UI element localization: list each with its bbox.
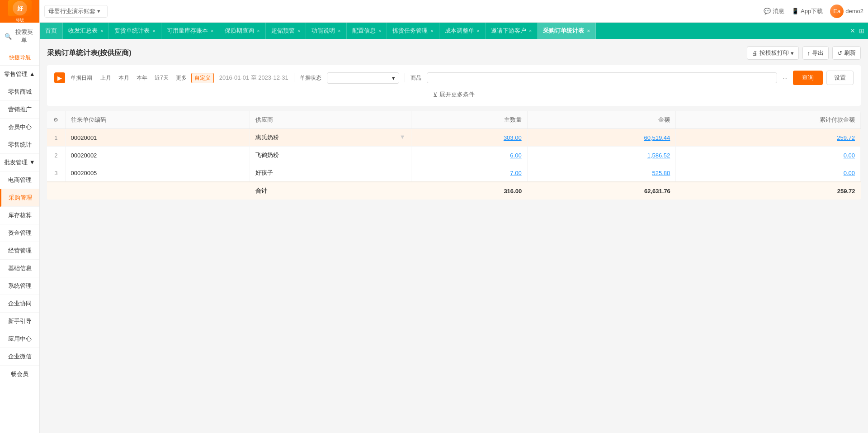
svg-text:好: 好	[16, 5, 23, 12]
tab-caigoudingdantable[interactable]: 采购订单统计表 ×	[538, 23, 595, 39]
sidebar-item-sys-mgmt[interactable]: 系统管理	[0, 277, 39, 295]
more-options-icon[interactable]: ···	[783, 75, 788, 81]
template-print-button[interactable]: 🖨 按模板打印 ▾	[747, 46, 799, 60]
sidebar-item-ecommerce[interactable]: 电商管理	[0, 171, 39, 189]
product-filter-input[interactable]	[427, 72, 778, 83]
sidebar-item-label: 零售管理	[4, 71, 28, 77]
shortcut-this-month[interactable]: 本月	[116, 73, 132, 83]
user-profile[interactable]: Ea demo2	[830, 5, 863, 18]
filter-row-1: ▶ 单据日期 上月 本月 本年 近7天 更多 自定义 2016-01-01 至 …	[54, 71, 854, 85]
sidebar-item-retail-stats[interactable]: 零售统计	[0, 136, 39, 154]
settings-button[interactable]: 设置	[826, 71, 854, 85]
col-amount: 金额	[527, 111, 676, 129]
shortcut-custom[interactable]: 自定义	[191, 73, 214, 83]
col-settings[interactable]: ⚙	[47, 111, 65, 129]
main-area: 母婴行业演示账套 ▾ 💬 消息 📱 App下载 Ea demo2 首页	[40, 0, 868, 433]
sidebar-item-retail[interactable]: 零售管理 ▲	[0, 66, 39, 83]
tab-shoufahuizong[interactable]: 收发汇总表 ×	[63, 23, 109, 39]
app-download-button[interactable]: 📱 App下载	[792, 7, 823, 15]
tab-close-icon[interactable]: ×	[587, 28, 590, 33]
amount-value[interactable]: 525.80	[652, 170, 670, 176]
main-qty-cell: 7.00	[411, 164, 527, 182]
amount-value[interactable]: 1,586.52	[647, 152, 670, 159]
tab-chengbentiaosheng[interactable]: 成本调整单 ×	[439, 23, 486, 39]
main-qty-value[interactable]: 303.00	[504, 134, 522, 141]
expand-conditions-button[interactable]: ⊻ 展开更多条件	[433, 90, 475, 99]
select-dropdown-icon: ▾	[392, 75, 395, 81]
tab-close-icon[interactable]: ×	[378, 28, 381, 33]
sidebar-item-basic-info[interactable]: 基础信息	[0, 260, 39, 277]
amount-value[interactable]: 60,519.44	[644, 134, 670, 141]
sidebar-item-marketing[interactable]: 营销推广	[0, 101, 39, 119]
main-qty-cell: 6.00	[411, 147, 527, 164]
tab-close-all-icon[interactable]: ✕	[850, 27, 855, 34]
tab-close-icon[interactable]: ×	[477, 28, 480, 33]
tab-tuohuo[interactable]: 拣货任务管理 ×	[387, 23, 439, 39]
shortcut-last-month[interactable]: 上月	[98, 73, 114, 83]
sidebar-item-operations[interactable]: 经营管理	[0, 242, 39, 260]
message-button[interactable]: 💬 消息	[764, 7, 784, 15]
sidebar-item-enterprise[interactable]: 企业协同	[0, 295, 39, 313]
top-nav: 母婴行业演示账套 ▾ 💬 消息 📱 App下载 Ea demo2	[40, 0, 868, 23]
query-button[interactable]: 查询	[793, 71, 823, 85]
tab-yaohuodan[interactable]: 要货单统计表 ×	[109, 23, 161, 39]
search-button[interactable]: 🔍 搜索英单	[3, 26, 37, 46]
export-button[interactable]: ↑ 导出	[802, 46, 829, 60]
tab-close-icon[interactable]: ×	[338, 28, 340, 33]
sidebar-item-member[interactable]: 会员中心	[0, 119, 39, 136]
tab-baozhi[interactable]: 保质期查询 ×	[219, 23, 265, 39]
shortcut-this-year[interactable]: 本年	[134, 73, 150, 83]
sidebar-item-finance[interactable]: 资金管理	[0, 224, 39, 242]
tab-label: 首页	[45, 27, 57, 35]
tab-close-icon[interactable]: ×	[152, 28, 155, 33]
tab-close-icon[interactable]: ×	[257, 28, 259, 33]
filter-toggle-button[interactable]: ▶	[54, 72, 65, 83]
tab-label: 采购订单统计表	[543, 27, 584, 35]
tab-close-icon[interactable]: ×	[430, 28, 433, 33]
table-row[interactable]: 3 00020005 好孩子 7.00 525.80 0.00	[47, 164, 861, 182]
tab-peizhi[interactable]: 配置信息 ×	[347, 23, 387, 39]
date-from: 2016-01-01	[219, 74, 250, 81]
paid-amount-value[interactable]: 0.00	[844, 152, 855, 159]
shortcut-7days[interactable]: 近7天	[152, 73, 171, 83]
sidebar-item-vip[interactable]: 畅会员	[0, 366, 39, 383]
sidebar-item-retail-store[interactable]: 零售商城	[0, 83, 39, 101]
col-header-label: 金额	[658, 116, 670, 123]
sidebar-item-inventory[interactable]: 库存核算	[0, 207, 39, 224]
quick-nav-item[interactable]: 快捷导航	[0, 50, 39, 66]
tab-expand-icon[interactable]: ⊞	[859, 27, 864, 34]
sidebar-item-label: 经营管理	[8, 247, 32, 254]
sidebar-item-label: 会员中心	[8, 124, 32, 130]
refresh-button[interactable]: ↺ 刷新	[832, 46, 861, 60]
status-filter-select[interactable]: ▾	[327, 72, 399, 84]
sidebar-item-wholesale[interactable]: 批发管理 ▼	[0, 154, 39, 171]
paid-amount-value[interactable]: 259.72	[837, 134, 855, 141]
expand-row-icon[interactable]: ▼	[400, 133, 406, 140]
workspace-selector[interactable]: 母婴行业演示账套 ▾	[44, 5, 108, 18]
status-filter-label: 单据状态	[300, 74, 321, 82]
tab-close-icon[interactable]: ×	[297, 28, 300, 33]
shortcut-more[interactable]: 更多	[173, 73, 189, 83]
sidebar-item-app-center[interactable]: 应用中心	[0, 330, 39, 348]
footer-label-cell	[47, 182, 250, 200]
sidebar-item-new-guide[interactable]: 新手引导	[0, 313, 39, 330]
table-row[interactable]: 2 00020002 飞鹤奶粉 6.00 1,586.52 0.00	[47, 147, 861, 164]
col-main-qty: 主数量	[411, 111, 527, 129]
tab-close-icon[interactable]: ×	[529, 28, 532, 33]
sidebar-item-purchase[interactable]: 采购管理	[0, 189, 39, 207]
tab-home[interactable]: 首页	[40, 23, 63, 39]
tab-chaochuuyujing[interactable]: 超储预警 ×	[266, 23, 306, 39]
main-qty-value[interactable]: 7.00	[510, 170, 521, 176]
main-qty-value[interactable]: 6.00	[510, 152, 521, 159]
tab-keyongliang[interactable]: 可用量库存账本 ×	[161, 23, 219, 39]
footer-paid-amount: 259.72	[676, 182, 861, 200]
table-row[interactable]: 1 00020001 惠氏奶粉 ▼ 303.00 60,519.44	[47, 129, 861, 147]
tab-gongneng[interactable]: 功能说明 ×	[306, 23, 346, 39]
sidebar-item-enterprise-wechat[interactable]: 企业微信	[0, 348, 39, 366]
search-icon: 🔍	[5, 33, 12, 40]
tab-yaoqing[interactable]: 邀请下游客户 ×	[486, 23, 538, 39]
tab-close-icon[interactable]: ×	[211, 28, 213, 33]
tab-close-icon[interactable]: ×	[100, 28, 103, 33]
paid-amount-value[interactable]: 0.00	[844, 170, 855, 176]
search-label: 搜索英单	[13, 28, 35, 44]
